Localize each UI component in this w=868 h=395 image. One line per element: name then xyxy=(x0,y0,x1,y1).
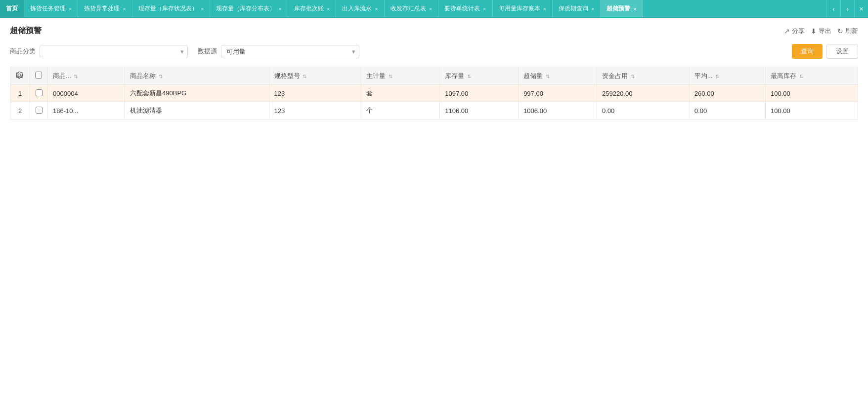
th-stock-label: 库存量 xyxy=(445,72,464,79)
datasource-label: 数据源 xyxy=(198,47,217,56)
th-unit[interactable]: 主计量 ⇅ xyxy=(361,67,440,85)
close-tab-available-book[interactable]: × xyxy=(543,6,546,12)
cell-avg-0: 260.00 xyxy=(689,85,765,102)
sort-icon-unit: ⇅ xyxy=(389,74,392,79)
cell-product-code-0: 0000004 xyxy=(48,85,125,102)
page-title: 超储预警 xyxy=(10,26,42,36)
query-button[interactable]: 查询 xyxy=(792,44,823,59)
datasource-select[interactable]: 可用量 xyxy=(221,45,359,58)
nav-tab-exception[interactable]: 拣货异常处理 × xyxy=(78,0,132,18)
nav-arrow-right[interactable]: › xyxy=(840,0,854,18)
datasource-select-wrapper: 可用量 xyxy=(221,45,359,58)
table-body: 1 0000004 六配套新昌490BPG 123 套 1097.00 997.… xyxy=(10,85,858,119)
nav-tab-available-book[interactable]: 可用量库存账本 × xyxy=(493,0,553,18)
table-header: 商品... ⇅ 商品名称 ⇅ 规格型号 ⇅ 主计量 ⇅ 库存量 ⇅ xyxy=(10,67,858,85)
th-gear[interactable] xyxy=(10,67,30,85)
nav-tab-home[interactable]: 首页 xyxy=(0,0,24,18)
row-checkbox-cell-0[interactable] xyxy=(30,85,48,102)
cell-spec-1: 123 xyxy=(269,102,361,119)
export-button[interactable]: ⬇ 导出 xyxy=(811,27,831,36)
th-checkbox[interactable] xyxy=(30,67,48,85)
close-tab-expiry[interactable]: × xyxy=(591,6,594,12)
datasource-filter: 数据源 可用量 xyxy=(198,45,359,58)
nav-tab-overstock[interactable]: 超储预警 × xyxy=(601,0,643,18)
sort-icon-spec: ⇅ xyxy=(303,74,306,79)
cell-spec-0: 123 xyxy=(269,85,361,102)
row-checkbox-1[interactable] xyxy=(36,107,43,114)
row-checkbox-cell-1[interactable] xyxy=(30,102,48,119)
sort-icon-overstock: ⇅ xyxy=(546,74,550,79)
settings-button[interactable]: 设置 xyxy=(826,44,858,59)
cell-stock-1: 1106.00 xyxy=(440,102,519,119)
nav-tab-batch-account[interactable]: 库存批次账 × xyxy=(288,0,336,18)
close-tab-task-mgmt[interactable]: × xyxy=(69,6,72,12)
filter-buttons: 查询 设置 xyxy=(792,44,858,59)
row-checkbox-0[interactable] xyxy=(36,89,43,96)
th-avg[interactable]: 平均... ⇅ xyxy=(689,67,765,85)
cell-unit-0: 套 xyxy=(361,85,440,102)
th-product-name-label: 商品名称 xyxy=(130,72,156,79)
th-product-code-label: 商品... xyxy=(53,72,71,79)
header-actions: ↗ 分享 ⬇ 导出 ↻ 刷新 xyxy=(784,27,858,36)
row-num-1: 2 xyxy=(10,102,30,119)
cell-max-stock-1: 100.00 xyxy=(766,102,858,119)
th-product-code[interactable]: 商品... ⇅ xyxy=(48,67,125,85)
cell-overstock-1: 1006.00 xyxy=(519,102,597,119)
share-icon: ↗ xyxy=(784,27,790,35)
cell-product-code-1: 186-10... xyxy=(48,102,125,119)
sort-icon-stock: ⇅ xyxy=(467,74,471,79)
cell-product-name-0: 六配套新昌490BPG xyxy=(125,85,269,102)
export-icon: ⬇ xyxy=(811,27,817,35)
close-tab-summary[interactable]: × xyxy=(429,6,432,12)
th-spec[interactable]: 规格型号 ⇅ xyxy=(269,67,361,85)
cell-overstock-0: 997.00 xyxy=(519,85,597,102)
th-max-stock[interactable]: 最高库存 ⇅ xyxy=(766,67,858,85)
sort-icon-product-code: ⇅ xyxy=(74,74,78,79)
table-row: 2 186-10... 机油滤清器 123 个 1106.00 1006.00 … xyxy=(10,102,858,119)
nav-tab-task-mgmt[interactable]: 拣货任务管理 × xyxy=(24,0,78,18)
nav-tab-inout-flow[interactable]: 出入库流水 × xyxy=(336,0,384,18)
refresh-icon: ↻ xyxy=(837,27,843,35)
th-capital[interactable]: 资金占用 ⇅ xyxy=(597,67,689,85)
refresh-button[interactable]: ↻ 刷新 xyxy=(837,27,858,36)
nav-arrow-close[interactable]: × xyxy=(854,0,868,18)
close-tab-inventory-status[interactable]: × xyxy=(201,6,204,12)
cell-capital-1: 0.00 xyxy=(597,102,689,119)
share-button[interactable]: ↗ 分享 xyxy=(784,27,805,36)
cell-product-name-1: 机油滤清器 xyxy=(125,102,269,119)
th-avg-label: 平均... xyxy=(694,72,713,79)
nav-tab-inventory-dist[interactable]: 现存量（库存分布表） × xyxy=(210,0,288,18)
sort-icon-max-stock: ⇅ xyxy=(799,74,803,79)
cell-stock-0: 1097.00 xyxy=(440,85,519,102)
nav-tab-summary[interactable]: 收发存汇总表 × xyxy=(385,0,438,18)
th-product-name[interactable]: 商品名称 ⇅ xyxy=(125,67,269,85)
th-overstock[interactable]: 超储量 ⇅ xyxy=(519,67,597,85)
close-tab-overstock[interactable]: × xyxy=(633,6,636,12)
th-spec-label: 规格型号 xyxy=(274,72,300,79)
th-unit-label: 主计量 xyxy=(366,72,386,79)
page-header: 超储预警 ↗ 分享 ⬇ 导出 ↻ 刷新 xyxy=(10,26,858,36)
nav-tab-expiry[interactable]: 保质期查询 × xyxy=(553,0,601,18)
th-capital-label: 资金占用 xyxy=(602,72,628,79)
close-tab-inout-flow[interactable]: × xyxy=(375,6,378,12)
close-tab-order-stats[interactable]: × xyxy=(483,6,486,12)
main-content: 超储预警 ↗ 分享 ⬇ 导出 ↻ 刷新 商品分类 xyxy=(0,18,868,395)
sort-icon-product-name: ⇅ xyxy=(159,74,163,79)
category-filter: 商品分类 xyxy=(10,45,188,58)
sort-icon-avg: ⇅ xyxy=(715,74,719,79)
nav-tab-inventory-status[interactable]: 现存量（库存状况表） × xyxy=(132,0,210,18)
nav-arrow-left[interactable]: ‹ xyxy=(826,0,840,18)
close-tab-inventory-dist[interactable]: × xyxy=(278,6,281,12)
nav-tab-order-stats[interactable]: 要货单统计表 × xyxy=(438,0,492,18)
close-tab-batch-account[interactable]: × xyxy=(327,6,330,12)
gear-icon xyxy=(15,71,23,79)
th-max-stock-label: 最高库存 xyxy=(771,72,796,79)
data-table: 商品... ⇅ 商品名称 ⇅ 规格型号 ⇅ 主计量 ⇅ 库存量 ⇅ xyxy=(10,67,858,119)
select-all-checkbox[interactable] xyxy=(35,72,42,79)
category-select[interactable] xyxy=(40,45,188,58)
th-overstock-label: 超储量 xyxy=(523,72,543,79)
top-nav: 首页 拣货任务管理 × 拣货异常处理 × 现存量（库存状况表） × 现存量（库存… xyxy=(0,0,868,18)
th-stock[interactable]: 库存量 ⇅ xyxy=(440,67,519,85)
nav-arrows: ‹ › × xyxy=(826,0,868,18)
close-tab-exception[interactable]: × xyxy=(123,6,126,12)
